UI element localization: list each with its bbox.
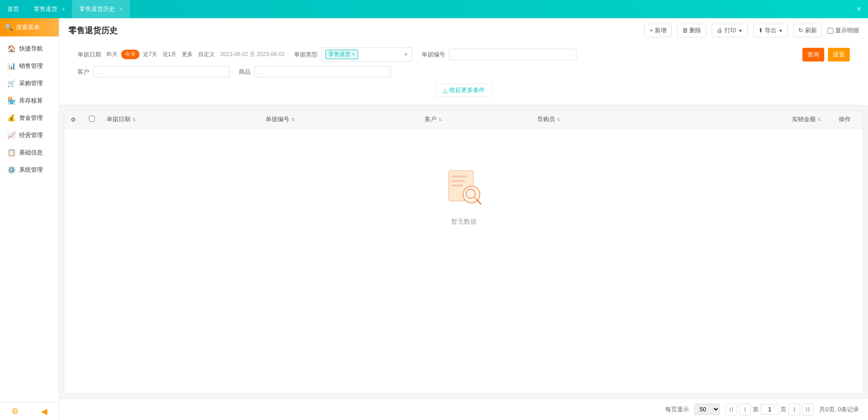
collapse-icon: △ (443, 87, 447, 94)
sidebar-item-operations[interactable]: 📈 经营管理 (0, 127, 59, 144)
collapse-filter-button[interactable]: △ 收起更多条件 (435, 84, 493, 97)
sidebar-item-inventory[interactable]: 🏪 库存核算 (0, 92, 59, 109)
th-date-label: 单据日期 (107, 115, 130, 123)
window-close-button[interactable]: × (850, 0, 868, 18)
amount-sort-icon: ⇅ (817, 117, 821, 122)
th-customer[interactable]: 客户 ⇅ (419, 111, 531, 128)
tab-home[interactable]: 首页 (0, 0, 26, 18)
display-toggle-checkbox[interactable] (827, 28, 833, 34)
svg-rect-3 (452, 184, 463, 186)
tab-home-label: 首页 (7, 5, 19, 13)
page-prev-button[interactable]: ⟨ (739, 404, 751, 415)
date-shortcut-more[interactable]: 更多 (180, 50, 195, 59)
sidebar-item-basic-info[interactable]: 📋 基础信息 (0, 144, 59, 161)
table-body: 暂无数据 (64, 128, 863, 263)
new-button-label: + 新增 (649, 26, 666, 35)
type-tag-label: 零售退货 (329, 51, 350, 58)
filter-group-goods: 商品 (239, 66, 391, 77)
inventory-icon: 🏪 (7, 97, 15, 105)
query-button[interactable]: 查询 (802, 48, 824, 61)
page-total: 共0页, 0条记录 (819, 405, 859, 414)
filter-row-1: 单据日期 昨天 今天 近7天 近1月 更多 自定义 2023-06-02 至 2… (77, 47, 850, 61)
th-customer-label: 客户 (425, 115, 437, 123)
print-button-label: 🖨 打印 (717, 26, 736, 35)
type-filter-select[interactable]: 零售退货 × ▼ (321, 47, 412, 61)
type-tag-close[interactable]: × (352, 52, 355, 57)
date-shortcut-custom[interactable]: 自定义 (196, 50, 216, 59)
new-button[interactable]: + 新增 (644, 24, 671, 37)
date-shortcut-1month[interactable]: 近1月 (161, 50, 179, 59)
search-icon: 🔍 (5, 23, 13, 31)
page-label-post: 页 (781, 405, 786, 414)
tab-retail-return-history[interactable]: 零售退货历史 × (72, 0, 129, 18)
print-button[interactable]: 🖨 打印 ▼ (712, 24, 748, 37)
sidebar-item-purchase-label: 采购管理 (19, 79, 43, 87)
display-toggle[interactable]: 显示明细 (827, 26, 859, 35)
main-layout: 🔍 搜索菜单 🏠 快捷导航 📊 销售管理 🛒 采购管理 🏪 库存核算 💰 (0, 18, 868, 420)
sales-icon: 📊 (7, 62, 15, 70)
th-actions-label: 操作 (839, 116, 851, 123)
delete-button[interactable]: 🗑 删除 (677, 24, 707, 37)
sidebar-item-sales[interactable]: 📊 销售管理 (0, 57, 59, 75)
filter-row-2: 客户 商品 (77, 66, 850, 77)
th-number-label: 单据编号 (266, 115, 289, 123)
tab-retail-return-history-close[interactable]: × (119, 6, 122, 12)
sidebar-search-button[interactable]: 🔍 搜索菜单 (0, 18, 59, 36)
page-last-button[interactable]: ⟩⟩ (802, 404, 814, 415)
date-shortcuts: 昨天 今天 近7天 近1月 更多 自定义 (105, 50, 216, 59)
sidebar-item-system[interactable]: ⚙️ 系统管理 (0, 161, 59, 179)
sidebar-item-finance[interactable]: 💰 资金管理 (0, 109, 59, 127)
sidebar-item-finance-label: 资金管理 (19, 114, 43, 122)
tab-retail-return[interactable]: 零售退货 × (26, 0, 72, 18)
query-button-label: 查询 (807, 51, 819, 59)
sidebar-item-sales-label: 销售管理 (19, 62, 43, 70)
sidebar-item-basic-info-label: 基础信息 (19, 149, 43, 157)
toolbar: + 新增 🗑 删除 🖨 打印 ▼ ⬆ 导出 ▼ ↻ 刷新 (644, 24, 859, 37)
content-area: 零售退货历史 + 新增 🗑 删除 🖨 打印 ▼ ⬆ 导出 ▼ (59, 18, 868, 420)
goods-filter-input[interactable] (254, 66, 391, 77)
sidebar: 🔍 搜索菜单 🏠 快捷导航 📊 销售管理 🛒 采购管理 🏪 库存核算 💰 (0, 18, 59, 420)
date-sort-icon: ⇅ (132, 117, 136, 122)
page-number-input[interactable] (760, 404, 779, 415)
pagination-bar: 每页显示 10 20 50 100 ⟨⟨ ⟨ 第 页 ⟩ ⟩⟩ 共0页, 0条记… (59, 398, 868, 420)
date-shortcut-yesterday[interactable]: 昨天 (105, 50, 119, 59)
export-button-label: ⬆ 导出 (758, 26, 777, 35)
page-first-button[interactable]: ⟨⟨ (725, 404, 737, 415)
refresh-button[interactable]: ↻ 刷新 (793, 24, 822, 37)
page-nav: ⟨⟨ ⟨ 第 页 ⟩ ⟩⟩ (725, 404, 814, 415)
tab-retail-return-history-label: 零售退货历史 (79, 5, 115, 13)
collapse-sidebar-icon[interactable]: ◀ (41, 406, 47, 416)
svg-line-7 (477, 200, 481, 204)
tab-retail-return-label: 零售退货 (34, 5, 57, 13)
date-shortcut-today[interactable]: 今天 (121, 50, 139, 59)
print-chevron-icon: ▼ (738, 28, 743, 33)
export-button[interactable]: ⬆ 导出 ▼ (753, 24, 788, 37)
type-filter-label: 单据类型 (294, 51, 318, 59)
sidebar-nav: 🏠 快捷导航 📊 销售管理 🛒 采购管理 🏪 库存核算 💰 资金管理 📈 (0, 36, 59, 402)
select-all-checkbox[interactable] (89, 116, 95, 122)
number-filter-input[interactable] (449, 49, 576, 60)
th-guide[interactable]: 导购员 ⇅ (532, 111, 668, 128)
filter-group-number: 单据编号 (421, 49, 576, 60)
settings-button[interactable]: 设置 (828, 48, 850, 61)
date-shortcut-7days[interactable]: 近7天 (141, 50, 159, 59)
settings-bottom-icon[interactable]: ⚙ (11, 406, 19, 416)
th-actions: 操作 (827, 111, 863, 128)
sidebar-item-purchase[interactable]: 🛒 采购管理 (0, 75, 59, 92)
filter-group-type: 单据类型 零售退货 × ▼ (294, 47, 412, 61)
th-amount[interactable]: 实销金额 ⇅ (668, 111, 827, 128)
sidebar-search-label: 搜索菜单 (16, 23, 40, 31)
page-size-select[interactable]: 10 20 50 100 (694, 404, 720, 415)
empty-icon (441, 165, 487, 210)
tab-retail-return-close[interactable]: × (62, 6, 65, 12)
sidebar-item-quick-nav[interactable]: 🏠 快捷导航 (0, 40, 59, 57)
customer-filter-input[interactable] (93, 66, 230, 77)
th-gear[interactable]: ⚙ (64, 111, 82, 128)
th-date[interactable]: 单据日期 ⇅ (101, 111, 260, 128)
th-checkbox[interactable] (82, 111, 101, 128)
page-next-button[interactable]: ⟩ (788, 404, 800, 415)
sidebar-item-inventory-label: 库存核算 (19, 97, 43, 105)
th-amount-label: 实销金额 (792, 115, 816, 123)
sidebar-item-operations-label: 经营管理 (19, 131, 43, 139)
th-number[interactable]: 单据编号 ⇅ (260, 111, 419, 128)
